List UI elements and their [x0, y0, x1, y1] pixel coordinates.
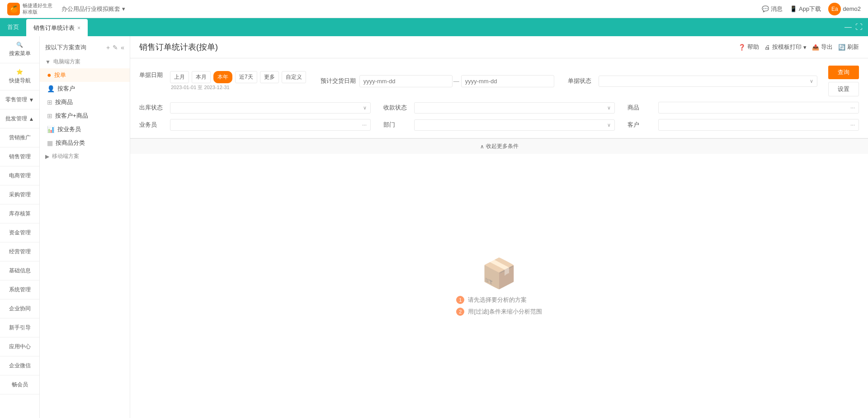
sidebar-search[interactable]: 🔍 搜索菜单 — [0, 36, 39, 63]
tab-active[interactable]: 销售订单统计表 × — [26, 19, 88, 37]
query-buttons: 查询 设置 — [823, 66, 859, 96]
message-button[interactable]: 💬 消息 — [762, 5, 783, 13]
refresh-button[interactable]: 🔄 刷新 — [838, 43, 859, 51]
refresh-icon: 🔄 — [838, 44, 845, 51]
tab-maximize-icon[interactable]: ⛶ — [855, 23, 863, 31]
customer-select[interactable]: ··· — [658, 119, 859, 131]
sidebar-item-guide[interactable]: 新手引导 — [0, 318, 39, 337]
tab-bar-right: — ⛶ — [844, 23, 868, 31]
tree-item-by-order[interactable]: ● 按单 — [40, 68, 130, 82]
date-filter-block: 单据日期 上月 本月 本年 近7天 更多 自定义 2023-01-01 至 20… — [139, 71, 306, 91]
expected-date-start[interactable] — [359, 75, 453, 87]
sidebar-item-wholesale[interactable]: 批发管理 ▲ — [0, 109, 39, 128]
sidebar-item-basic-info[interactable]: 基础信息 — [0, 261, 39, 280]
help-button[interactable]: ❓ 帮助 — [738, 43, 759, 51]
expected-date-block: 预计交货日期 📅 — 📅 — [321, 75, 553, 87]
top-bar-left: 🍊 畅捷通好生意 标准版 办公用品行业模拟账套 ▾ — [7, 3, 125, 15]
sidebar-item-marketing[interactable]: 营销推广 — [0, 128, 39, 147]
empty-tip-1: 1 请先选择要分析的方案 — [456, 296, 542, 304]
dept-select[interactable]: ∨ — [414, 119, 615, 131]
sidebar-item-retail[interactable]: 零售管理 ▼ — [0, 90, 39, 109]
grid-icon: ⊞ — [47, 99, 52, 106]
salesperson-select[interactable]: ··· — [170, 119, 371, 131]
status-chevron-icon: ∨ — [810, 78, 813, 84]
date-btn-this-year[interactable]: 本年 — [213, 71, 232, 83]
tree-group-pc[interactable]: ▼ 电脑端方案 — [40, 55, 130, 68]
left-panel: 按以下方案查询 + ✎ « ▼ 电脑端方案 ● 按单 👤 按客户 ⊞ 按商品 ⊞… — [40, 36, 130, 418]
tree-item-by-salesperson[interactable]: 📊 按业务员 — [40, 123, 130, 136]
filter-row-3: 业务员 ··· 部门 ∨ 客户 — [139, 119, 859, 131]
tab-close-icon[interactable]: × — [77, 25, 80, 31]
delivery-filter-block: 出库状态 ∨ — [139, 102, 371, 114]
tree-item-by-goods[interactable]: ⊞ 按商品 — [40, 95, 130, 109]
reset-button[interactable]: 设置 — [828, 82, 859, 96]
filter-row-2: 出库状态 ∨ 收款状态 ∨ 商品 — [139, 102, 859, 114]
date-buttons-group: 上月 本月 本年 近7天 更多 自定义 — [170, 71, 306, 83]
empty-tips: 1 请先选择要分析的方案 2 用[过滤]条件来缩小分析范围 — [456, 296, 542, 316]
sidebar-item-finance[interactable]: 资金管理 — [0, 223, 39, 242]
sidebar-item-enterprise[interactable]: 企业协同 — [0, 299, 39, 318]
logo-icon: 🍊 — [7, 3, 20, 15]
tree-item-by-customer[interactable]: 👤 按客户 — [40, 82, 130, 95]
sidebar-item-sales[interactable]: 销售管理 — [0, 147, 39, 166]
template-print-button[interactable]: 🖨 按模板打印 ▾ — [764, 43, 807, 51]
avatar: Ea — [828, 3, 841, 15]
sidebar-item-ecommerce[interactable]: 电商管理 — [0, 166, 39, 185]
tree-item-by-category[interactable]: ▦ 按商品分类 — [40, 136, 130, 150]
logo-text: 畅捷通好生意 标准版 — [23, 3, 52, 14]
goods-label: 商品 — [627, 104, 655, 112]
empty-tip-2: 2 用[过滤]条件来缩小分析范围 — [456, 308, 542, 316]
status-select[interactable]: ∨ — [599, 76, 817, 87]
date-btn-last-month[interactable]: 上月 — [170, 71, 189, 83]
expected-date-label: 预计交货日期 — [321, 77, 356, 85]
panel-header-icons: + ✎ « — [106, 44, 124, 51]
date-label: 单据日期 — [139, 71, 166, 79]
date-range-display: 2023-01-01 至 2023-12-31 — [170, 84, 306, 91]
sidebar-item-app-center[interactable]: 应用中心 — [0, 337, 39, 356]
add-scheme-button[interactable]: + — [106, 44, 110, 51]
collapse-panel-button[interactable]: « — [121, 44, 124, 51]
date-btn-custom[interactable]: 自定义 — [282, 71, 306, 83]
query-button[interactable]: 查询 — [828, 66, 859, 79]
collapse-bar[interactable]: ∧ 收起更多条件 — [130, 138, 868, 154]
sidebar-quick-nav[interactable]: ⭐ 快捷导航 — [0, 63, 39, 90]
tree-group-mobile[interactable]: ▶ 移动端方案 — [40, 150, 130, 163]
payment-filter-block: 收款状态 ∨ — [383, 102, 615, 114]
payment-select[interactable]: ∨ — [414, 102, 615, 114]
expected-date-range: 📅 — 📅 — [359, 75, 553, 87]
sidebar-item-operations[interactable]: 经营管理 — [0, 242, 39, 261]
date-btn-7days[interactable]: 近7天 — [235, 71, 257, 83]
tree-item-by-customer-goods[interactable]: ⊞ 按客户+商品 — [40, 109, 130, 123]
salesperson-more-icon[interactable]: ··· — [362, 122, 367, 128]
export-button[interactable]: 📤 导出 — [812, 43, 833, 51]
tab-home[interactable]: 首页 — [0, 18, 26, 36]
main-content: 🔍 搜索菜单 ⭐ 快捷导航 零售管理 ▼ 批发管理 ▲ 营销推广 销售管理 电商… — [0, 36, 868, 418]
sidebar-item-inventory[interactable]: 库存核算 — [0, 204, 39, 223]
empty-state: 📦 1 请先选择要分析的方案 2 用[过滤]条件来缩小分析范围 — [130, 154, 868, 418]
sidebar-item-purchase[interactable]: 采购管理 — [0, 185, 39, 204]
app-download-button[interactable]: 📱 App下载 — [790, 5, 821, 13]
chevron-up-icon: ▲ — [29, 116, 34, 122]
breadcrumb: 办公用品行业模拟账套 ▾ — [61, 5, 125, 13]
breadcrumb-chevron[interactable]: ▾ — [122, 5, 125, 12]
sidebar-item-enterprise-wechat[interactable]: 企业微信 — [0, 356, 39, 375]
star-icon: ⭐ — [16, 69, 23, 75]
export-icon: 📤 — [812, 44, 819, 51]
date-btn-more[interactable]: 更多 — [260, 71, 279, 83]
customer-more-icon[interactable]: ··· — [850, 122, 855, 128]
expected-date-end[interactable] — [461, 75, 554, 87]
date-btn-this-month[interactable]: 本月 — [192, 71, 211, 83]
user-avatar-area[interactable]: Ea demo2 — [828, 3, 861, 15]
tree-expand-icon: ▼ — [45, 59, 51, 65]
delivery-chevron-icon: ∨ — [363, 105, 367, 111]
sidebar-item-member[interactable]: 畅会员 — [0, 375, 39, 394]
salesperson-filter-block: 业务员 ··· — [139, 119, 371, 131]
goods-more-icon[interactable]: ··· — [850, 104, 855, 111]
table-icon: ▦ — [47, 139, 53, 147]
goods-select[interactable]: ··· — [658, 102, 859, 114]
chevron-down-icon: ▼ — [29, 97, 34, 103]
edit-scheme-button[interactable]: ✎ — [113, 44, 118, 51]
delivery-select[interactable]: ∨ — [170, 102, 371, 114]
sidebar-item-system[interactable]: 系统管理 — [0, 280, 39, 299]
tab-minimize-icon[interactable]: — — [844, 23, 852, 31]
